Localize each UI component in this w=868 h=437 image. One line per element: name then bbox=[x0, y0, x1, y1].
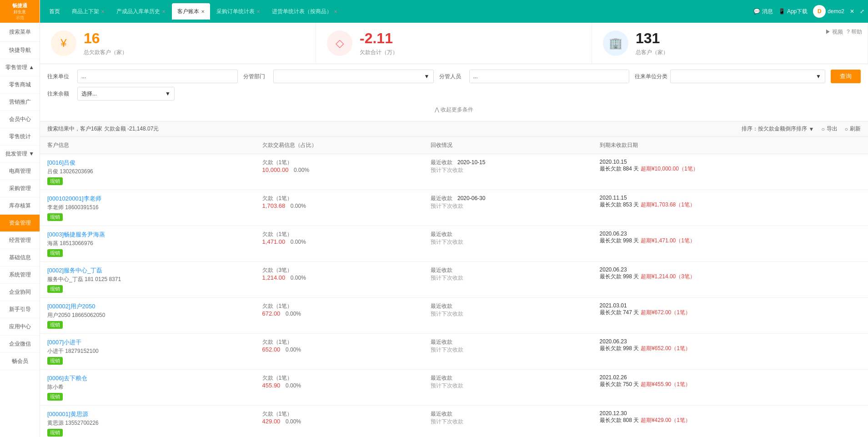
close-icon[interactable]: ✕ bbox=[201, 9, 205, 14]
tab-label: 进货单统计表（按商品） bbox=[272, 8, 332, 15]
customer-tag-1: 现销 bbox=[47, 213, 63, 221]
overdue-link-7[interactable]: 超期¥429.00（1笔） bbox=[641, 417, 691, 423]
customer-name-3[interactable]: [0002]服务中心_丁磊 bbox=[47, 266, 248, 275]
from-unit-input[interactable]: ... bbox=[77, 70, 238, 83]
overdue-link-6[interactable]: 超期¥455.90（1笔） bbox=[641, 381, 691, 387]
next-collect-2: 预计下次收款 bbox=[431, 238, 585, 246]
tab-purchase-stats-by-product[interactable]: 进货单统计表（按商品） ✕ bbox=[266, 3, 343, 20]
select-placeholder: 选择... bbox=[81, 90, 97, 98]
next-collect-6: 预计下次收款 bbox=[431, 382, 585, 390]
due-date-2: 2020.06.23 bbox=[600, 231, 861, 237]
sidebar-item-app-center[interactable]: 应用中心 bbox=[0, 318, 40, 336]
close-icon[interactable]: ✕ bbox=[256, 9, 260, 14]
cell-collect-0: 最近收款 2020-10-15 预计下次收款 bbox=[423, 154, 592, 190]
window-close-btn[interactable]: ✕ bbox=[850, 8, 854, 15]
collapse-filters-btn[interactable]: ⋀ 收起更多条件 bbox=[47, 104, 861, 116]
cell-collect-7: 最近收款 预计下次收款 bbox=[423, 406, 592, 437]
sidebar-search[interactable]: 搜索菜单 bbox=[0, 23, 40, 42]
due-date-4: 2021.03.01 bbox=[600, 302, 861, 309]
sub-person-input[interactable]: ... bbox=[469, 70, 630, 83]
cell-due-date-0: 2020.10.15 最长欠款 884 天 超期¥10,000.00（1笔） bbox=[592, 154, 868, 190]
tab-purchase-order-stats[interactable]: 采购订单统计表 ✕ bbox=[211, 3, 266, 20]
stat-label-total: 总客户（家） bbox=[636, 49, 668, 56]
refresh-button[interactable]: ○ 刷新 bbox=[845, 125, 861, 133]
customer-name-6[interactable]: [0006]去下粮仓 bbox=[47, 374, 248, 382]
overdue-link-0[interactable]: 超期¥10,000.00（1笔） bbox=[641, 166, 698, 172]
customer-name-4[interactable]: [000002]用户2050 bbox=[47, 302, 248, 311]
customer-name-7[interactable]: [000001]黄思源 bbox=[47, 410, 248, 418]
sub-dept-select[interactable]: ▼ bbox=[273, 70, 434, 83]
customer-name-0[interactable]: [0016]吕俊 bbox=[47, 159, 248, 167]
cell-customer-info-1: [0001020001]李老师 李老师 18600391516 现销 bbox=[40, 190, 255, 226]
customer-phone-5: 小进干 18279152100 bbox=[47, 347, 248, 355]
category-select[interactable]: ▼ bbox=[670, 70, 825, 83]
overdue-link-3[interactable]: 超期¥1,214.00（3笔） bbox=[641, 273, 695, 280]
sidebar-item-retail-stats[interactable]: 零售统计 bbox=[0, 128, 40, 146]
tab-customer-account[interactable]: 客户账本 ✕ bbox=[172, 3, 210, 20]
close-icon[interactable]: ✕ bbox=[162, 9, 166, 14]
table-row: [000002]用户2050 用户2050 18665062050 现销 欠款（… bbox=[40, 298, 868, 334]
tab-production-history[interactable]: 产成品入库单历史 ✕ bbox=[111, 3, 171, 20]
sidebar-item-inventory[interactable]: 库存核算 bbox=[0, 197, 40, 215]
close-icon[interactable]: ✕ bbox=[101, 9, 105, 14]
sidebar-item-batch-mgmt[interactable]: 批发管理 ▼ bbox=[0, 146, 40, 163]
overdue-link-1[interactable]: 超期¥1,703.68（1笔） bbox=[641, 201, 695, 208]
customer-name-1[interactable]: [0001020001]李老师 bbox=[47, 195, 248, 203]
sidebar-item-retail-mgmt[interactable]: 零售管理 ▲ bbox=[0, 59, 40, 76]
tab-home[interactable]: 首页 bbox=[44, 8, 65, 15]
collect-date-1: 2020-06-30 bbox=[457, 195, 485, 201]
cell-collect-4: 最近收款 预计下次收款 bbox=[423, 298, 592, 334]
customer-name-5[interactable]: [0007]小进干 bbox=[47, 338, 248, 347]
sidebar-item-corp-wx[interactable]: 企业微信 bbox=[0, 336, 40, 353]
sidebar-item-enterprise[interactable]: 企业协同 bbox=[0, 284, 40, 301]
app-download-btn[interactable]: 📱 App下载 bbox=[778, 8, 808, 15]
customer-name-2[interactable]: [0003]畅捷服务尹海蒸 bbox=[47, 231, 248, 239]
sidebar-item-finance[interactable]: 资金管理 bbox=[0, 215, 40, 232]
sidebar-item-basic-info[interactable]: 基础信息 bbox=[0, 249, 40, 266]
table-row: [0006]去下粮仓 陈小希 现销 欠款（1笔） 455.90 0.00% 最近… bbox=[40, 370, 868, 406]
sidebar-item-retail-mall[interactable]: 零售商城 bbox=[0, 76, 40, 94]
sidebar-item-quick-nav[interactable]: 快捷导航 bbox=[0, 42, 40, 59]
cell-customer-info-2: [0003]畅捷服务尹海蒸 海蒸 18513066976 现销 bbox=[40, 226, 255, 262]
overdue-link-2[interactable]: 超期¥1,471.00（1笔） bbox=[641, 237, 695, 244]
last-collect-label-6: 最近收款 bbox=[431, 374, 585, 382]
customer-phone-6: 陈小希 bbox=[47, 383, 248, 391]
export-button[interactable]: ○ 导出 bbox=[822, 125, 838, 133]
search-button[interactable]: 查询 bbox=[831, 70, 861, 83]
overdue-link-4[interactable]: 超期¥672.00（1笔） bbox=[641, 309, 691, 316]
close-icon[interactable]: ✕ bbox=[334, 9, 337, 14]
overdue-info-6: 最长欠款 750 天 超期¥455.90（1笔） bbox=[600, 381, 861, 388]
owe-amount-row-7: 429.00 0.00% bbox=[262, 418, 416, 425]
search-menu-button[interactable]: 搜索菜单 bbox=[2, 26, 38, 38]
overdue-link-5[interactable]: 超期¥652.00（1笔） bbox=[641, 345, 691, 352]
user-avatar[interactable]: D demo2 bbox=[813, 5, 844, 18]
filter-from-unit-category: 往来单位分类 ▼ bbox=[635, 70, 825, 83]
sidebar-item-purchase[interactable]: 采购管理 bbox=[0, 180, 40, 197]
tab-products-on-off[interactable]: 商品上下架 ✕ bbox=[66, 3, 110, 20]
sidebar-item-biz[interactable]: 经营管理 bbox=[0, 232, 40, 249]
next-collect-7: 预计下次收款 bbox=[431, 418, 585, 426]
message-btn[interactable]: 💬 消息 bbox=[753, 8, 773, 15]
owe-label-2: 欠款（1笔） bbox=[262, 231, 416, 238]
video-btn[interactable]: ▶ 视频 bbox=[825, 28, 843, 36]
app-download-label: App下载 bbox=[787, 8, 808, 15]
due-date-7: 2020.12.30 bbox=[600, 410, 861, 417]
sidebar-item-sys[interactable]: 系统管理 bbox=[0, 266, 40, 284]
sidebar-item-marketing[interactable]: 营销推广 bbox=[0, 94, 40, 111]
sidebar-item-ecommerce[interactable]: 电商管理 bbox=[0, 163, 40, 180]
stat-value-customers: 16 bbox=[84, 30, 127, 47]
overdue-info-0: 最长欠款 884 天 超期¥10,000.00（1笔） bbox=[600, 165, 861, 173]
window-expand-btn[interactable]: ⤢ bbox=[860, 8, 864, 15]
chevron-down-icon: ▼ bbox=[424, 73, 430, 80]
owe-amount-row-4: 672.00 0.00% bbox=[262, 310, 416, 317]
sidebar-item-member[interactable]: 会员中心 bbox=[0, 111, 40, 128]
tab-bar: 首页 商品上下架 ✕ 产成品入库单历史 ✕ 客户账本 ✕ 采购订单统计表 ✕ 进… bbox=[40, 0, 868, 23]
balance-select[interactable]: 选择... ▼ bbox=[77, 87, 175, 100]
sidebar-item-beginner[interactable]: 新手引导 bbox=[0, 301, 40, 318]
owe-amount-row-3: 1,214.00 0.00% bbox=[262, 274, 416, 281]
overdue-info-4: 最长欠款 747 天 超期¥672.00（1笔） bbox=[600, 309, 861, 316]
filter-balance: 往来余额 选择... ▼ bbox=[47, 87, 175, 100]
help-btn[interactable]: ? 帮助 bbox=[847, 28, 862, 36]
sort-button[interactable]: 排序：按欠款金额倒序排序 ▼ bbox=[742, 125, 814, 133]
sidebar-item-vip[interactable]: 畅会员 bbox=[0, 353, 40, 370]
